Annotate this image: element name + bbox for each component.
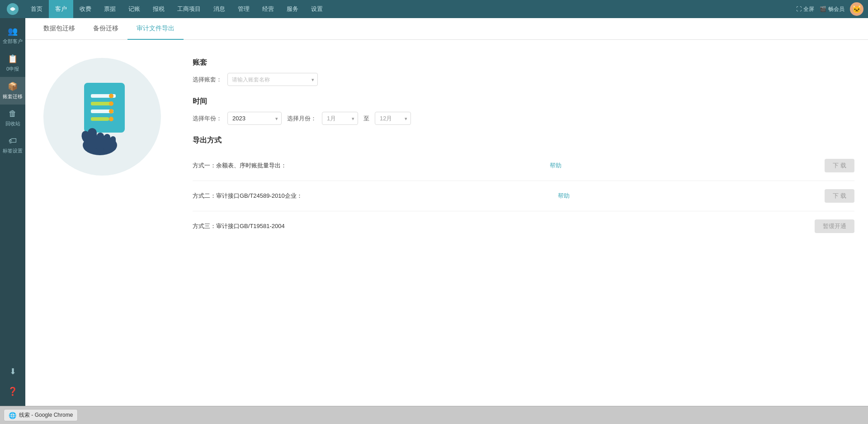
customers-icon: 👥	[8, 26, 18, 36]
taskbar-chrome-label: 线索 - Google Chrome	[19, 411, 73, 419]
svg-point-9	[109, 117, 113, 121]
migration-icon: 📦	[8, 81, 18, 91]
nav-right-actions: ⛶ 全屏 🎬 畅会员 🐱	[796, 2, 863, 16]
recycle-icon: 🗑	[9, 109, 17, 119]
nav-business[interactable]: 工商项目	[171, 0, 207, 18]
year-select-wrapper: 2023 2022 2021	[227, 112, 282, 125]
sidebar-item-zero-declaration[interactable]: 📋 0申报	[0, 49, 25, 77]
nav-customer[interactable]: 客户	[49, 0, 73, 18]
taskbar-chrome-item[interactable]: 🌐 线索 - Google Chrome	[4, 409, 78, 421]
svg-point-7	[109, 101, 113, 106]
account-select-row: 选择账套： 请输入账套名称	[193, 73, 854, 86]
nav-invoice[interactable]: 票据	[98, 0, 122, 18]
form-area: 账套 选择账套： 请输入账套名称 时间	[193, 53, 854, 241]
export-method-1-download-button[interactable]: 下 载	[825, 159, 854, 172]
time-select-row: 选择年份： 2023 2022 2021 选择月份： 1月	[193, 112, 854, 125]
nav-tax[interactable]: 报税	[146, 0, 171, 18]
nav-manage[interactable]: 管理	[231, 0, 256, 18]
nav-home[interactable]: 首页	[24, 0, 49, 18]
year-select-label: 选择年份：	[193, 114, 222, 123]
nav-operation[interactable]: 经营	[256, 0, 280, 18]
sidebar-item-account-migration[interactable]: 📦 账套迁移	[0, 77, 25, 105]
year-select[interactable]: 2023 2022 2021	[227, 112, 282, 125]
export-method-1-label: 方式一：余额表、序时账批量导出：	[193, 162, 287, 170]
svg-rect-5	[91, 117, 109, 121]
svg-rect-1	[84, 83, 125, 133]
export-method-2-label: 方式二：审计接口GB/T24589-2010企业：	[193, 192, 302, 200]
svg-rect-13	[104, 134, 110, 151]
main-layout: 👥 全部客户 📋 0申报 📦 账套迁移 🗑 回收站 🏷 标签设置 ⬇ ❓ 数据包…	[0, 18, 868, 406]
sidebar-download-icon[interactable]: ⬇	[0, 362, 25, 381]
account-select-wrapper: 请输入账套名称	[227, 73, 318, 86]
tabs-bar: 数据包迁移 备份迁移 审计文件导出	[25, 18, 868, 40]
sidebar-bottom: ⬇ ❓	[0, 362, 25, 406]
month-end-wrapper: 1月 2月 3月 4月 5月 6月 7月 8月 9月 10月 11月	[375, 112, 411, 125]
export-method-1-help[interactable]: 帮助	[550, 162, 561, 170]
nav-settings[interactable]: 设置	[305, 0, 329, 18]
time-separator: 至	[363, 114, 369, 123]
page-content: 账套 选择账套： 请输入账套名称 时间	[25, 40, 868, 406]
export-method-1: 方式一：余额表、序时账批量导出： 帮助 下 载	[193, 151, 854, 181]
time-section: 时间 选择年份： 2023 2022 2021 选择月份：	[193, 97, 854, 125]
export-section-title: 导出方式	[193, 136, 854, 145]
nav-menu: 首页 客户 收费 票据 记账 报税 工商项目 消息 管理 经营 服务 设置	[24, 0, 796, 18]
month-start-select[interactable]: 1月 2月 3月 4月 5月 6月 7月 8月 9月 10月 11月	[322, 112, 358, 125]
account-section: 账套 选择账套： 请输入账套名称	[193, 58, 854, 86]
export-method-2: 方式二：审计接口GB/T24589-2010企业： 帮助 下 载	[193, 181, 854, 211]
tab-audit-export[interactable]: 审计文件导出	[127, 18, 184, 40]
fullscreen-button[interactable]: ⛶ 全屏	[796, 5, 814, 13]
nav-message[interactable]: 消息	[207, 0, 231, 18]
illustration-circle	[43, 58, 161, 176]
export-section: 导出方式 方式一：余额表、序时账批量导出： 帮助 下 载 方式二：审计接口GB/…	[193, 136, 854, 241]
export-method-3: 方式三：审计接口GB/T19581-2004 暂缓开通	[193, 211, 854, 241]
svg-rect-14	[110, 136, 116, 151]
nav-fee[interactable]: 收费	[73, 0, 98, 18]
sidebar-item-all-customers[interactable]: 👥 全部客户	[0, 22, 25, 49]
month-select-label: 选择月份：	[287, 114, 316, 123]
tab-backup-migration[interactable]: 备份迁移	[84, 18, 127, 40]
svg-rect-3	[91, 102, 111, 105]
export-method-2-download-button[interactable]: 下 载	[825, 189, 854, 203]
time-section-title: 时间	[193, 97, 854, 106]
sidebar: 👥 全部客户 📋 0申报 📦 账套迁移 🗑 回收站 🏷 标签设置 ⬇ ❓	[0, 18, 25, 406]
sidebar-help-icon[interactable]: ❓	[0, 382, 25, 400]
account-section-title: 账套	[193, 58, 854, 67]
declaration-icon: 📋	[8, 54, 18, 64]
month-end-select[interactable]: 1月 2月 3月 4月 5月 6月 7月 8月 9月 10月 11月	[375, 112, 411, 125]
export-method-3-label: 方式三：审计接口GB/T19581-2004	[193, 222, 285, 230]
illustration-area	[39, 53, 165, 180]
nav-bookkeeping[interactable]: 记账	[122, 0, 146, 18]
export-method-2-help[interactable]: 帮助	[558, 192, 570, 200]
svg-point-8	[109, 109, 113, 114]
top-navigation: 首页 客户 收费 票据 记账 报税 工商项目 消息 管理 经营 服务 设置 ⛶ …	[0, 0, 868, 18]
account-select-label: 选择账套：	[193, 76, 222, 84]
content-area: 数据包迁移 备份迁移 审计文件导出	[25, 18, 868, 406]
month-start-wrapper: 1月 2月 3月 4月 5月 6月 7月 8月 9月 10月 11月	[322, 112, 358, 125]
chrome-icon: 🌐	[9, 412, 16, 419]
svg-rect-12	[97, 133, 104, 152]
fullscreen-icon: ⛶	[796, 6, 802, 12]
vip-icon: 🎬	[820, 6, 826, 12]
avatar[interactable]: 🐱	[850, 2, 863, 16]
taskbar: 🌐 线索 - Google Chrome	[0, 406, 868, 424]
nav-service[interactable]: 服务	[280, 0, 305, 18]
vip-button[interactable]: 🎬 畅会员	[820, 5, 844, 13]
sidebar-item-tag-settings[interactable]: 🏷 标签设置	[0, 132, 25, 159]
export-method-3-coming-soon-button[interactable]: 暂缓开通	[815, 219, 854, 233]
account-select[interactable]	[227, 73, 318, 86]
svg-point-6	[109, 94, 113, 98]
sidebar-item-recycle[interactable]: 🗑 回收站	[0, 105, 25, 132]
app-logo	[5, 1, 21, 17]
tab-data-migration[interactable]: 数据包迁移	[34, 18, 84, 40]
tag-icon: 🏷	[9, 136, 17, 146]
